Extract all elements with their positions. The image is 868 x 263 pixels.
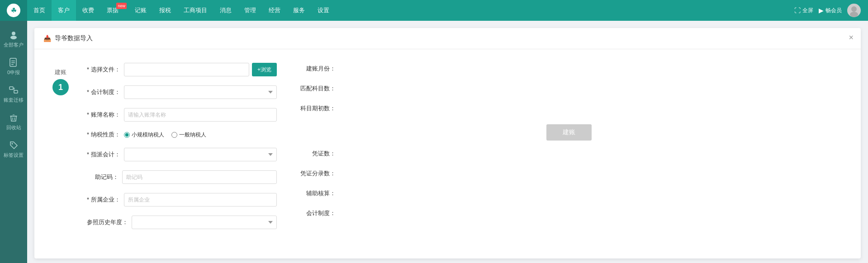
radio-small-taxpayer[interactable]: 小规模纳税人 bbox=[124, 131, 164, 139]
form-fields: * 选择文件： +浏览 * 会计制度： bbox=[87, 63, 277, 238]
nav-item-message[interactable]: 消息 bbox=[213, 0, 238, 21]
accounting-system-label: * 会计制度： bbox=[87, 88, 120, 96]
nav-item-tickets[interactable]: 票据 new bbox=[100, 0, 128, 21]
sidebar-item-tag-settings[interactable]: 标签设置 bbox=[0, 136, 27, 163]
accountant-select[interactable] bbox=[124, 148, 277, 161]
nav-item-clients[interactable]: 客户 bbox=[52, 0, 76, 21]
close-button[interactable]: × bbox=[849, 33, 854, 42]
step-circle: 1 bbox=[52, 79, 69, 95]
svg-point-10 bbox=[12, 143, 13, 145]
right-accounting-system-label: 会计制度： bbox=[295, 209, 336, 217]
nav-item-business[interactable]: 工商项目 bbox=[177, 0, 213, 21]
user-icon bbox=[9, 30, 19, 40]
nav-item-tax[interactable]: 报税 bbox=[153, 0, 177, 21]
svg-rect-6 bbox=[11, 62, 15, 63]
memo-label: 助记码： bbox=[87, 173, 119, 181]
nav-item-operation[interactable]: 经营 bbox=[262, 0, 287, 21]
browse-button[interactable]: +浏览 bbox=[252, 63, 277, 76]
nav-item-service[interactable]: 服务 bbox=[287, 0, 311, 21]
radio-general-taxpayer[interactable]: 一般纳税人 bbox=[171, 131, 206, 139]
nav-items: 首页 客户 收费 票据 new 记账 报税 工商项目 消息 管理 经营 bbox=[27, 0, 794, 21]
main-layout: 全部客户 0申报 账套迁移 回收站 标签设置 bbox=[0, 21, 868, 263]
file-input-wrap: +浏览 bbox=[124, 63, 277, 76]
import-panel: 📥 导爷数据导入 × 建账 1 * 选择文件： bbox=[34, 28, 861, 258]
svg-rect-7 bbox=[11, 64, 14, 65]
month-label: 建账月份： bbox=[295, 65, 336, 73]
member-button[interactable]: ▶ 畅会员 bbox=[819, 7, 842, 14]
ledger-name-input[interactable] bbox=[124, 108, 277, 122]
info-row-match-subjects: 匹配科目数： bbox=[295, 85, 843, 93]
voucher-entries-label: 凭证分录数： bbox=[295, 169, 336, 178]
fullscreen-button[interactable]: ⛶ 全屏 bbox=[794, 7, 813, 14]
step-section: 建账 1 bbox=[52, 63, 69, 238]
tax-type-label: * 纳税性质： bbox=[87, 131, 120, 139]
recycle-icon bbox=[9, 113, 19, 122]
sidebar-item-all-clients[interactable]: 全部客户 bbox=[0, 25, 27, 53]
svg-rect-8 bbox=[9, 87, 13, 89]
avatar[interactable] bbox=[847, 4, 861, 17]
svg-point-0 bbox=[851, 6, 857, 12]
company-input[interactable] bbox=[124, 193, 277, 207]
history-year-label: 参照历史年度： bbox=[87, 218, 128, 226]
nav-item-home[interactable]: 首页 bbox=[27, 0, 52, 21]
build-btn-area: 建账 bbox=[295, 124, 843, 141]
memo-row: 助记码： bbox=[87, 170, 277, 184]
file-label: * 选择文件： bbox=[87, 66, 120, 74]
info-row-voucher-entries: 凭证分录数： bbox=[295, 169, 843, 178]
info-row-accounting-system: 会计制度： bbox=[295, 209, 843, 217]
tax-type-row: * 纳税性质： 小规模纳税人 一般纳税人 bbox=[87, 131, 277, 139]
initial-subjects-label: 科目期初数： bbox=[295, 104, 336, 113]
accounting-system-select[interactable] bbox=[124, 85, 277, 99]
declaration-icon bbox=[9, 57, 19, 67]
ledger-name-row: * 账簿名称： bbox=[87, 108, 277, 122]
sidebar-item-ledger-migration[interactable]: 账套迁移 bbox=[0, 80, 27, 108]
sidebar-item-zero-declaration[interactable]: 0申报 bbox=[0, 53, 27, 80]
svg-point-3 bbox=[10, 36, 17, 39]
nav-item-billing[interactable]: 收费 bbox=[76, 0, 100, 21]
build-account-button[interactable]: 建账 bbox=[546, 124, 592, 141]
history-year-row: 参照历史年度： bbox=[87, 216, 277, 229]
tax-radio-group: 小规模纳税人 一般纳税人 bbox=[124, 131, 206, 139]
aux-accounting-label: 辅助核算： bbox=[295, 189, 336, 197]
right-info: 建账月份： 匹配科目数： 科目期初数： 建账 bbox=[295, 63, 843, 238]
info-row-month: 建账月份： bbox=[295, 65, 843, 73]
form-area: 建账 1 * 选择文件： +浏览 * 会计制度 bbox=[34, 49, 861, 252]
info-row-initial-subjects: 科目期初数： bbox=[295, 104, 843, 113]
sidebar: 全部客户 0申报 账套迁移 回收站 标签设置 bbox=[0, 21, 27, 263]
info-row-voucher-count: 凭证数： bbox=[295, 150, 843, 158]
file-input[interactable] bbox=[124, 63, 249, 76]
accounting-system-row: * 会计制度： bbox=[87, 85, 277, 99]
history-year-select[interactable] bbox=[132, 216, 277, 229]
svg-rect-5 bbox=[11, 61, 15, 61]
svg-point-2 bbox=[12, 32, 15, 35]
nav-item-manage[interactable]: 管理 bbox=[238, 0, 262, 21]
content-area: 📥 导爷数据导入 × 建账 1 * 选择文件： bbox=[27, 21, 868, 263]
info-row-aux-accounting: 辅助核算： bbox=[295, 189, 843, 197]
sidebar-item-recycle[interactable]: 回收站 bbox=[0, 108, 27, 136]
memo-input[interactable] bbox=[122, 170, 277, 184]
top-nav: ☘ 首页 客户 收费 票据 new 记账 报税 工商项目 消息 管理 bbox=[0, 0, 868, 21]
tag-icon bbox=[9, 140, 19, 150]
svg-point-1 bbox=[850, 12, 858, 17]
nav-item-settings[interactable]: 设置 bbox=[311, 0, 336, 21]
panel-title: 导爷数据导入 bbox=[55, 34, 93, 42]
company-row: * 所属企业： bbox=[87, 193, 277, 207]
logo-icon: ☘ bbox=[7, 4, 20, 17]
new-badge: new bbox=[116, 3, 127, 9]
step-label: 建账 bbox=[55, 68, 66, 76]
panel-header: 📥 导爷数据导入 bbox=[34, 28, 861, 49]
nav-right: ⛶ 全屏 ▶ 畅会员 bbox=[794, 4, 868, 17]
logo[interactable]: ☘ bbox=[0, 0, 27, 21]
import-icon: 📥 bbox=[43, 35, 51, 42]
nav-item-bookkeeping[interactable]: 记账 bbox=[128, 0, 153, 21]
ledger-name-label: * 账簿名称： bbox=[87, 111, 120, 119]
accountant-label: * 指派会计： bbox=[87, 150, 120, 159]
match-subjects-label: 匹配科目数： bbox=[295, 85, 336, 93]
company-label: * 所属企业： bbox=[87, 196, 120, 204]
voucher-count-label: 凭证数： bbox=[295, 150, 336, 158]
accountant-row: * 指派会计： bbox=[87, 148, 277, 161]
migration-icon bbox=[9, 85, 19, 95]
svg-rect-9 bbox=[14, 90, 18, 93]
file-row: * 选择文件： +浏览 bbox=[87, 63, 277, 76]
